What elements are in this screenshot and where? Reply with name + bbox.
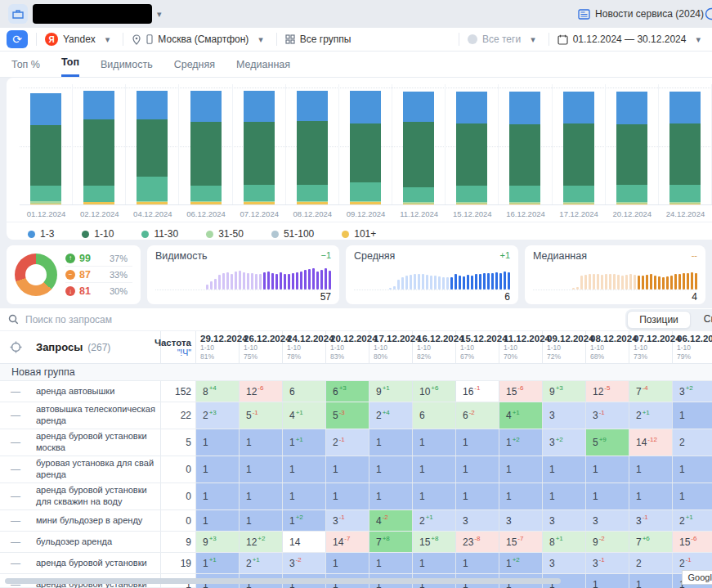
chart-bar[interactable] bbox=[297, 91, 328, 204]
row-marker[interactable]: — bbox=[0, 402, 31, 429]
groups-label: Все группы bbox=[300, 34, 352, 45]
position-cell: 5+9 bbox=[586, 429, 629, 456]
chart-bar[interactable] bbox=[190, 91, 222, 204]
date-column-header[interactable]: 16.12.20241-1082% bbox=[413, 331, 456, 363]
row-marker[interactable]: — bbox=[0, 510, 31, 531]
position-cell: 3 bbox=[499, 510, 543, 531]
tab-Медианная[interactable]: Медианная bbox=[236, 59, 290, 77]
tags-selector[interactable]: Все теги ▾ bbox=[468, 34, 540, 45]
groups-selector[interactable]: Все группы bbox=[285, 34, 352, 45]
tab-Топ[interactable]: Топ bbox=[61, 56, 79, 77]
median-position-card[interactable]: Медианная-- 4 bbox=[525, 245, 705, 304]
refresh-button[interactable]: ⟳ bbox=[7, 30, 28, 48]
view-button-Позиции[interactable]: Позиции bbox=[627, 311, 691, 329]
date-column-header[interactable]: 07.12.20241-1073% bbox=[629, 331, 673, 363]
query-cell[interactable]: аренда буровой установки для скважин на … bbox=[31, 483, 161, 509]
date-column-header[interactable]: 29.12.20241-1081% bbox=[196, 331, 240, 363]
query-cell[interactable]: автовышка телескопическая аренда bbox=[31, 402, 161, 429]
stat-percent: 30% bbox=[110, 286, 128, 296]
search-engine-selector[interactable]: Я Yandex ▾ bbox=[45, 33, 114, 46]
spark-bar bbox=[605, 274, 607, 290]
row-marker[interactable]: — bbox=[0, 429, 31, 456]
chart-bar[interactable] bbox=[563, 92, 594, 204]
chart-bar[interactable] bbox=[30, 93, 61, 204]
row-marker[interactable]: — bbox=[0, 381, 31, 402]
position-cell: 1 bbox=[673, 483, 712, 509]
frequency-header[interactable]: Частота bbox=[154, 338, 191, 348]
position-cell: 1 bbox=[456, 483, 499, 509]
row-marker[interactable]: — bbox=[0, 553, 31, 573]
group-header[interactable]: Новая группа bbox=[0, 364, 712, 381]
position-cell: 1 bbox=[283, 456, 326, 483]
chart-bar[interactable] bbox=[83, 91, 114, 204]
help-icon[interactable] bbox=[704, 7, 712, 20]
position-cell: 4-2 bbox=[369, 510, 413, 531]
chart-bar[interactable] bbox=[244, 91, 275, 204]
position-cell: 9+3 bbox=[196, 532, 240, 552]
position-cell: 1 bbox=[240, 483, 283, 509]
table-row[interactable]: —аренда буровой установки для скважин на… bbox=[0, 483, 712, 510]
table-row[interactable]: —автовышка телескопическая аренда222+35-… bbox=[0, 402, 712, 429]
chart-bar[interactable] bbox=[669, 92, 701, 204]
query-cell[interactable]: аренда автовышки bbox=[31, 381, 161, 402]
stat-percent: 37% bbox=[110, 254, 128, 263]
horizontal-scrollbar[interactable] bbox=[5, 578, 561, 584]
spark-bar bbox=[589, 274, 591, 290]
query-cell[interactable]: аренда буровой установки москва bbox=[31, 429, 161, 456]
table-row[interactable]: —аренда буровой установки191+12+13-21111… bbox=[0, 553, 712, 574]
row-marker[interactable]: — bbox=[0, 532, 31, 552]
position-cell: 2 bbox=[673, 429, 712, 456]
table-row[interactable]: —буровая установка для свай аренда011111… bbox=[0, 456, 712, 483]
table-row[interactable]: —аренда автовышки1528+412-666+39+110+616… bbox=[0, 381, 712, 402]
date-column-header[interactable]: 11.12.20241-1070% bbox=[499, 331, 543, 363]
frequency-mode-link[interactable]: "!Ч" bbox=[177, 348, 191, 357]
date-column-header[interactable]: 15.12.20241-1067% bbox=[456, 331, 499, 363]
region-selector[interactable]: Москва (Смартфон) ▾ bbox=[132, 34, 268, 45]
chart-bar[interactable] bbox=[137, 91, 168, 204]
groups-grid-icon bbox=[285, 34, 295, 44]
query-cell[interactable]: мини бульдозер в аренду bbox=[31, 510, 161, 531]
date-column-header[interactable]: 20.12.20241-1083% bbox=[326, 331, 369, 363]
project-briefcase-icon[interactable] bbox=[8, 4, 28, 24]
date-column-header[interactable]: 17.12.20241-1080% bbox=[369, 331, 413, 363]
view-button-Снимки[interactable]: Снимки bbox=[692, 311, 712, 329]
table-row[interactable]: —мини бульдозер в аренду0111+23-14-22+13… bbox=[0, 510, 712, 532]
chart-bar[interactable] bbox=[616, 92, 647, 204]
project-name-redacted[interactable] bbox=[33, 4, 152, 24]
date-range-selector[interactable]: 01.12.2024 — 30.12.2024 ▾ bbox=[558, 34, 705, 45]
date-column-header[interactable]: 06.12.20241-1079% bbox=[673, 331, 712, 363]
chart-bar[interactable] bbox=[509, 92, 540, 204]
project-chevron-down-icon[interactable]: ▾ bbox=[157, 9, 162, 20]
spark-bar bbox=[446, 277, 449, 290]
chart-x-axis: 01.12.202402.12.202404.12.202406.12.2024… bbox=[20, 205, 712, 222]
average-position-card[interactable]: Средняя+1 6 bbox=[346, 245, 518, 304]
row-marker[interactable]: — bbox=[0, 456, 31, 483]
position-cell: 6-2 bbox=[456, 402, 499, 429]
table-row[interactable]: —аренда буровой установки москва5111+12-… bbox=[0, 429, 712, 456]
chart-bar[interactable] bbox=[456, 92, 487, 204]
query-cell[interactable]: аренда буровой установки bbox=[31, 553, 161, 573]
query-cell[interactable]: бульдозер аренда bbox=[31, 532, 161, 552]
chevron-down-icon: ▾ bbox=[105, 34, 110, 45]
tab-Средняя[interactable]: Средняя bbox=[174, 59, 215, 77]
date-column-header[interactable]: 26.12.20241-1075% bbox=[240, 331, 283, 363]
queries-header[interactable]: Запросы bbox=[36, 341, 83, 353]
date-column-header[interactable]: 08.12.20241-1068% bbox=[586, 331, 629, 363]
tab-Топ %[interactable]: Топ % bbox=[11, 59, 40, 77]
spark-bar bbox=[418, 274, 420, 290]
tab-Видимость[interactable]: Видимость bbox=[101, 59, 153, 77]
chart-bar[interactable] bbox=[403, 92, 434, 204]
table-row[interactable]: —бульдозер аренда99+312+21414-77+815+823… bbox=[0, 532, 712, 553]
chart-bar[interactable] bbox=[350, 91, 381, 204]
query-cell[interactable]: буровая установка для свай аренда bbox=[31, 456, 161, 483]
visibility-card[interactable]: Видимость−1 57 bbox=[147, 245, 339, 304]
date-column-header[interactable]: 24.12.20241-1078% bbox=[283, 331, 326, 363]
dash-icon: — bbox=[11, 386, 20, 397]
position-cell: 1+2 bbox=[499, 429, 543, 456]
date-column-header[interactable]: 09.12.20241-1072% bbox=[543, 331, 586, 363]
news-link[interactable]: Новости сервиса (2024) bbox=[595, 8, 704, 20]
position-cell: 3-1 bbox=[586, 553, 629, 573]
target-icon[interactable] bbox=[0, 331, 31, 363]
query-search-input[interactable] bbox=[25, 314, 271, 325]
row-marker[interactable]: — bbox=[0, 483, 31, 509]
